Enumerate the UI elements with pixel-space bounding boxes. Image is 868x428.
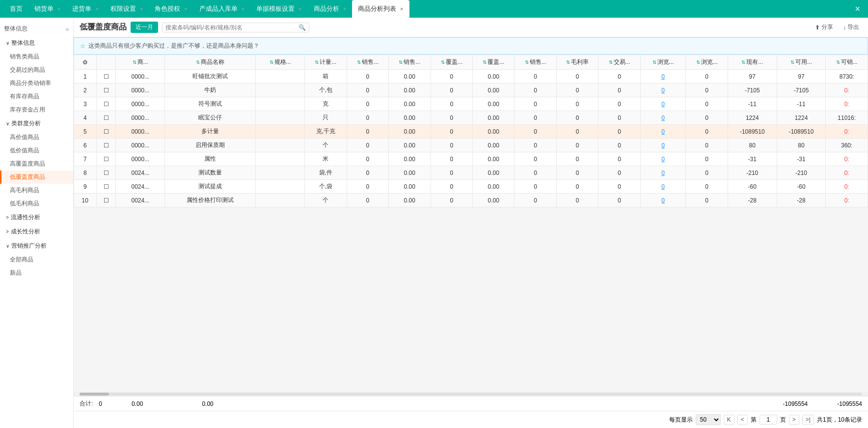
nav-tab-角色授权[interactable]: 角色授权× — [149, 0, 193, 18]
next-page-button[interactable]: > — [789, 415, 799, 425]
prev-page-button[interactable]: < — [737, 415, 748, 425]
tab-close-icon[interactable]: × — [242, 0, 244, 18]
export-button[interactable]: ↓ 导出 — [840, 22, 862, 32]
col-header-覆盖...[interactable]: ⇅覆盖... — [472, 55, 514, 70]
col-header-计量...[interactable]: ⇅计量... — [305, 55, 347, 70]
sidebar-item-高价值商品[interactable]: 高价值商品 — [0, 131, 73, 144]
row-sales3: 0 — [515, 152, 556, 166]
row-checkbox[interactable]: ☐ — [96, 125, 116, 139]
table-row: 10☐0024...属性价格打印测试个00.0000.0000000-28-28… — [74, 194, 868, 207]
col-header-商品名称[interactable]: ⇅商品名称 — [165, 55, 256, 70]
tab-close-icon[interactable]: × — [95, 0, 98, 18]
sidebar-section-成长性分析[interactable]: >成长性分析 — [0, 225, 73, 239]
tab-close-icon[interactable]: × — [343, 0, 346, 18]
sidebar-item-新品[interactable]: 新品 — [0, 266, 73, 280]
browse1-link[interactable]: 0 — [661, 197, 665, 204]
close-all-button[interactable]: × — [851, 4, 864, 14]
row-checkbox[interactable]: ☐ — [96, 111, 116, 125]
col-header-销售...[interactable]: ⇅销售... — [347, 55, 388, 70]
browse1-link[interactable]: 0 — [661, 114, 665, 121]
date-filter-button[interactable]: 近一月 — [131, 22, 158, 33]
nav-tab-销货单[interactable]: 销货单× — [28, 0, 66, 18]
tab-close-icon[interactable]: × — [140, 0, 143, 18]
table-row: 1☐0000...旺铺批次测试箱00.0000.000000097978730: — [74, 70, 868, 84]
tab-close-icon[interactable]: × — [400, 0, 403, 18]
row-checkbox[interactable]: ☐ — [96, 84, 116, 97]
nav-tab-进货单[interactable]: 进货单× — [66, 0, 104, 18]
browse1-link[interactable]: 0 — [661, 87, 665, 94]
nav-tab-产成品入库单[interactable]: 产成品入库单× — [193, 0, 250, 18]
tab-close-icon[interactable]: × — [184, 0, 187, 18]
sidebar-item-商品分类动销率[interactable]: 商品分类动销率 — [0, 77, 73, 90]
row-checkbox[interactable]: ☐ — [96, 194, 116, 207]
browse1-link[interactable]: 0 — [661, 170, 665, 176]
sidebar-item-低毛利商品[interactable]: 低毛利商品 — [0, 197, 73, 210]
page-input[interactable] — [760, 415, 777, 425]
search-icon[interactable]: 🔍 — [298, 24, 306, 31]
nav-tab-单据模板设置[interactable]: 单据模板设置× — [250, 0, 307, 18]
row-stock2: 80 — [777, 139, 826, 152]
per-page-select[interactable]: 50 100 200 — [696, 414, 721, 425]
sidebar-item-全部商品[interactable]: 全部商品 — [0, 253, 73, 266]
nav-tab-首页[interactable]: 首页 — [4, 0, 28, 18]
horizontal-scrollbar[interactable] — [74, 392, 868, 396]
browse1-link[interactable]: 0 — [661, 183, 665, 190]
share-button[interactable]: ⬆ 分享 — [812, 22, 836, 32]
sidebar-item-有库存商品[interactable]: 有库存商品 — [0, 90, 73, 103]
row-code: 0024... — [116, 194, 165, 207]
col-header-浏览...[interactable]: ⇅浏览... — [640, 55, 686, 70]
col-header-规格...[interactable]: ⇅规格... — [256, 55, 305, 70]
browse1-link[interactable]: 0 — [661, 101, 665, 108]
col-header-现有...[interactable]: ⇅现有... — [728, 55, 777, 70]
sidebar-item-低价值商品[interactable]: 低价值商品 — [0, 144, 73, 157]
sidebar-item-交易过的商品[interactable]: 交易过的商品 — [0, 63, 73, 77]
row-checkbox[interactable]: ☐ — [96, 139, 116, 152]
sidebar-section-流通性分析[interactable]: >流通性分析 — [0, 210, 73, 225]
col-header-销售...[interactable]: ⇅销售... — [515, 55, 556, 70]
tab-close-icon[interactable]: × — [298, 0, 301, 18]
sidebar-item-低覆盖度商品[interactable]: 低覆盖度商品 — [0, 171, 73, 184]
col-header-可销...[interactable]: ⇅可销... — [826, 55, 868, 70]
col-header-商...[interactable]: ⇅商... — [116, 55, 165, 70]
row-spec — [256, 84, 305, 97]
row-code: 0000... — [116, 125, 165, 139]
search-input[interactable] — [165, 24, 297, 31]
row-name: 属性 — [165, 152, 256, 166]
row-checkbox[interactable]: ☐ — [96, 70, 116, 84]
tab-close-icon[interactable]: × — [57, 0, 60, 18]
table-row: 5☐0000...多计量克,千克00.0000.0000000-1089510-… — [74, 125, 868, 139]
sidebar-item-高覆盖度商品[interactable]: 高覆盖度商品 — [0, 157, 73, 171]
sidebar-section-类群度分析[interactable]: ∨类群度分析 — [0, 116, 73, 131]
row-browse1: 0 — [640, 194, 686, 207]
col-header-毛利率[interactable]: ⇅毛利率 — [556, 55, 598, 70]
first-page-button[interactable]: K — [724, 415, 734, 425]
last-page-button[interactable]: >| — [802, 415, 814, 425]
row-browse2: 0 — [686, 84, 728, 97]
nav-tab-商品分析列表[interactable]: 商品分析列表× — [352, 0, 409, 18]
row-checkbox[interactable]: ☐ — [96, 180, 116, 194]
sort-icon: ⇅ — [315, 59, 319, 65]
row-checkbox[interactable]: ☐ — [96, 152, 116, 166]
browse1-link[interactable]: 0 — [661, 128, 665, 135]
browse1-link[interactable]: 0 — [661, 156, 665, 163]
sidebar-item-高毛利商品[interactable]: 高毛利商品 — [0, 184, 73, 197]
row-checkbox[interactable]: ☐ — [96, 97, 116, 111]
col-header-可用...[interactable]: ⇅可用... — [777, 55, 826, 70]
sidebar-item-库存资金占用[interactable]: 库存资金占用 — [0, 103, 73, 116]
col-header-浏览...[interactable]: ⇅浏览... — [686, 55, 728, 70]
col-header-交易...[interactable]: ⇅交易... — [598, 55, 640, 70]
browse1-link[interactable]: 0 — [661, 142, 665, 149]
table-container[interactable]: ⚙⇅商...⇅商品名称⇅规格...⇅计量...⇅销售...⇅销售...⇅覆盖..… — [74, 55, 868, 392]
expand-icon: ∨ — [6, 243, 9, 249]
nav-tab-商品分析[interactable]: 商品分析× — [308, 0, 352, 18]
col-header-覆盖...[interactable]: ⇅覆盖... — [431, 55, 472, 70]
row-checkbox[interactable]: ☐ — [96, 166, 116, 180]
row-stock2: -28 — [777, 194, 826, 207]
sidebar-item-销售类商品[interactable]: 销售类商品 — [0, 50, 73, 63]
browse1-link[interactable]: 0 — [661, 73, 665, 80]
col-header-销售...[interactable]: ⇅销售... — [389, 55, 431, 70]
sidebar-collapse-btn[interactable]: « — [65, 25, 69, 33]
nav-tab-权限设置[interactable]: 权限设置× — [105, 0, 149, 18]
sidebar-section-营销推广分析[interactable]: ∨营销推广分析 — [0, 239, 73, 253]
sidebar-section-整体信息[interactable]: ∨整体信息 — [0, 36, 73, 50]
